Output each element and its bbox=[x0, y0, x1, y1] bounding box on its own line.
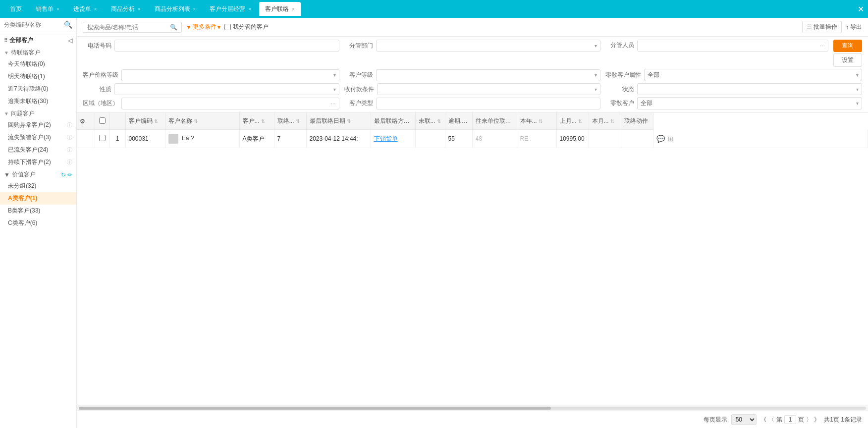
value-group-header[interactable]: ▼ 价值客户 ↻ ✏ bbox=[0, 168, 76, 180]
close-all-tabs[interactable]: ✕ bbox=[858, 4, 864, 14]
all-customers-header[interactable]: ⠿ 全部客户 ◁ bbox=[0, 32, 76, 47]
sidebar-item-b-class[interactable]: B类客户(33) bbox=[0, 205, 76, 217]
sidebar-search-icon[interactable]: 🔍 bbox=[64, 21, 72, 29]
search-button[interactable]: 查询 bbox=[833, 40, 862, 52]
sidebar-item-repurchase[interactable]: 回购异常客户(2) ⓘ bbox=[0, 119, 76, 131]
sidebar-item-7days[interactable]: 近7天待联络(0) bbox=[0, 83, 76, 95]
pending-group-header[interactable]: ▼ 待联络客户 bbox=[0, 47, 76, 58]
scrollbar-thumb[interactable] bbox=[79, 407, 551, 410]
product-analysis-tab-close[interactable]: × bbox=[138, 6, 141, 12]
th-this-year[interactable]: 本年... ⇅ bbox=[517, 113, 556, 130]
customer-segment-tab-close[interactable]: × bbox=[248, 6, 251, 12]
sidebar-item-c-class[interactable]: C类客户(6) bbox=[0, 217, 76, 229]
dept-dropdown[interactable]: ▾ bbox=[376, 40, 601, 52]
page-size-select[interactable]: 50 100 200 bbox=[731, 414, 757, 425]
sidebar-collapse-btn[interactable]: ◁ bbox=[68, 37, 72, 44]
th-this-year-sort: ⇅ bbox=[539, 118, 542, 124]
value-group-edit-icon[interactable]: ✏ bbox=[67, 171, 72, 178]
filter-icon: ▼ bbox=[186, 24, 192, 31]
purchase-tab-close[interactable]: × bbox=[94, 6, 97, 12]
last-page-btn[interactable]: 》 bbox=[814, 416, 820, 424]
status-dropdown[interactable]: ▾ bbox=[637, 83, 862, 95]
grid-icon[interactable]: ⊞ bbox=[668, 135, 674, 143]
page-label: 第 bbox=[776, 416, 782, 424]
th-no-contact[interactable]: 未联... ⇅ bbox=[415, 113, 445, 130]
current-page-input[interactable]: 1 bbox=[784, 415, 797, 424]
tab-purchase[interactable]: 进货单 × bbox=[67, 2, 103, 16]
th-last-way[interactable]: 最后联络方式 ⇅ bbox=[371, 113, 415, 130]
td-this-year: 10995.00 bbox=[556, 130, 589, 148]
export-label: 导出 bbox=[850, 23, 862, 31]
tab-sales[interactable]: 销售单 × bbox=[30, 2, 65, 16]
settings-button[interactable]: 设置 bbox=[833, 54, 862, 67]
td-overdue2: 48 bbox=[472, 130, 517, 148]
th-settings[interactable]: ⚙ bbox=[77, 113, 95, 130]
batch-op-button[interactable]: ☰ 批量操作 bbox=[802, 21, 842, 33]
sidebar-item-churn-warning[interactable]: 流失预警客户(3) ⓘ bbox=[0, 131, 76, 144]
product-list-tab-close[interactable]: × bbox=[193, 6, 196, 12]
sidebar-item-declining[interactable]: 持续下滑客户(2) ⓘ bbox=[0, 156, 76, 168]
th-num bbox=[109, 113, 125, 130]
th-this-month[interactable]: 本月... ⇅ bbox=[589, 113, 621, 130]
tab-customer-segment[interactable]: 客户分层经营 × bbox=[204, 2, 257, 16]
main-layout: 🔍 ⠿ 全部客户 ◁ ▼ 待联络客户 今天待联络(0) 明天待联络(1) 近7天… bbox=[0, 18, 868, 428]
person-input[interactable]: ··· bbox=[637, 40, 828, 52]
chat-icon[interactable]: 💬 bbox=[656, 135, 665, 143]
person-dots-icon[interactable]: ··· bbox=[820, 42, 825, 49]
tab-product-list[interactable]: 商品分析列表 × bbox=[149, 2, 202, 16]
select-all-checkbox[interactable] bbox=[99, 117, 106, 124]
more-conditions-btn[interactable]: ▼ 更多条件 ▾ bbox=[186, 23, 220, 31]
nature-dropdown[interactable]: ▾ bbox=[114, 83, 339, 95]
th-type[interactable]: 客户... ⇅ bbox=[239, 113, 274, 130]
th-this-month-sort: ⇅ bbox=[610, 118, 614, 124]
page-end-label: 页 bbox=[798, 416, 804, 424]
phone-field[interactable] bbox=[118, 42, 336, 49]
td-settings bbox=[77, 130, 95, 148]
next-page-btn[interactable]: 〉 bbox=[806, 416, 812, 424]
th-name[interactable]: 客户名称 ⇅ bbox=[165, 113, 239, 130]
first-page-btn[interactable]: 《 bbox=[760, 416, 766, 424]
pending-group-label: 待联络客户 bbox=[11, 49, 41, 57]
prev-page-btn[interactable]: 〈 bbox=[768, 416, 774, 424]
payment-dropdown[interactable]: ▾ bbox=[377, 83, 601, 95]
tab-home[interactable]: 首页 bbox=[4, 2, 28, 16]
retail-customer-dropdown[interactable]: 全部 ▾ bbox=[637, 97, 862, 109]
customer-level-dropdown[interactable]: ▾ bbox=[376, 69, 601, 81]
filter-search-icon[interactable]: 🔍 bbox=[170, 24, 177, 31]
th-overdue[interactable]: 逾期... ⇅ bbox=[445, 113, 472, 130]
customer-type-input[interactable] bbox=[376, 98, 601, 109]
td-name: Ea ? bbox=[165, 130, 239, 148]
th-last-month[interactable]: 上月... ⇅ bbox=[556, 113, 589, 130]
sidebar-item-churned[interactable]: 已流失客户(24) ⓘ bbox=[0, 144, 76, 156]
region-dots-icon[interactable]: ··· bbox=[331, 100, 336, 107]
th-last-date[interactable]: 最后联络日期 ⇅ bbox=[306, 113, 371, 130]
value-group-label: 价值客户 bbox=[12, 170, 36, 179]
customer-contact-tab-close[interactable]: × bbox=[292, 6, 295, 12]
tab-product-analysis[interactable]: 商品分析 × bbox=[105, 2, 147, 16]
customer-type-field[interactable] bbox=[380, 100, 597, 107]
sales-tab-close[interactable]: × bbox=[56, 6, 59, 12]
th-unit-contact[interactable]: 往来单位联系人 ⇅ bbox=[472, 113, 517, 130]
problem-group-header[interactable]: ▼ 问题客户 bbox=[0, 107, 76, 119]
sidebar-item-a-class[interactable]: A类客户(1) bbox=[0, 192, 76, 205]
sidebar-item-tomorrow[interactable]: 明天待联络(1) bbox=[0, 70, 76, 83]
sidebar-item-ungrouped[interactable]: 未分组(32) bbox=[0, 180, 76, 192]
export-button[interactable]: ↑ 导出 bbox=[846, 21, 862, 33]
td-overdue: 55 bbox=[445, 130, 472, 148]
row-checkbox[interactable] bbox=[99, 135, 106, 141]
tab-customer-contact[interactable]: 客户联络 × bbox=[259, 2, 301, 16]
sidebar-item-overdue[interactable]: 逾期未联络(30) bbox=[0, 95, 76, 107]
th-code[interactable]: 客户编码 ⇅ bbox=[125, 113, 165, 130]
region-input[interactable]: ··· bbox=[121, 98, 339, 109]
sidebar-item-today[interactable]: 今天待联络(0) bbox=[0, 58, 76, 70]
sidebar-search-input[interactable] bbox=[4, 21, 62, 28]
td-last-way: 下销货单 bbox=[371, 130, 415, 148]
price-level-dropdown[interactable]: ▾ bbox=[121, 69, 339, 81]
my-customers-checkbox[interactable] bbox=[224, 24, 231, 30]
phone-input[interactable] bbox=[114, 40, 339, 52]
value-group-refresh-icon[interactable]: ↻ bbox=[61, 171, 66, 178]
horizontal-scrollbar[interactable] bbox=[77, 405, 868, 411]
retail-attr-dropdown[interactable]: 全部 ▾ bbox=[644, 69, 862, 81]
filter-search-input[interactable] bbox=[87, 24, 168, 31]
th-contact[interactable]: 联络... ⇅ bbox=[274, 113, 306, 130]
